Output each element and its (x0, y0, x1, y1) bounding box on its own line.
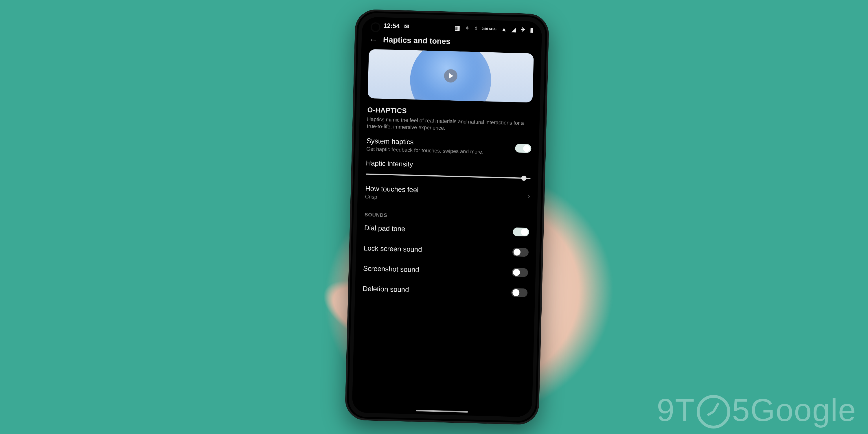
watermark-clock-icon (697, 395, 730, 429)
sound-label-del: Deletion sound (363, 284, 506, 296)
status-left: 12:54 ✉ (383, 22, 409, 30)
sound-label-dial: Dial pad tone (364, 224, 507, 236)
sound-toggle-lock[interactable] (513, 248, 529, 257)
sound-row-del[interactable]: Deletion sound (363, 278, 528, 303)
wifi-icon: ▲ (501, 26, 507, 32)
slider-thumb[interactable] (521, 175, 527, 181)
status-time: 12:54 (383, 22, 400, 30)
haptic-intensity-row: Haptic intensity (365, 159, 531, 184)
nfc-icon: ▥ (454, 25, 460, 31)
sound-label-lock: Lock screen sound (364, 244, 507, 256)
back-button[interactable]: ← (369, 35, 378, 44)
system-haptics-toggle[interactable] (515, 144, 531, 153)
airplane-icon: ✈ (521, 27, 526, 33)
sound-toggle-del[interactable] (511, 288, 528, 297)
page-title: Haptics and tones (383, 35, 451, 46)
watermark: 9T 5Google (657, 392, 857, 428)
sound-label-shot: Screenshot sound (363, 264, 506, 276)
data-speed-indicator: 0.50 KB/S (482, 27, 496, 30)
phone-screen: 12:54 ✉ ▥ ✧ ᚼ 0.50 KB/S ▲ ◢ ✈ ▮ ← Haptic… (352, 17, 542, 417)
battery-icon: ▮ (530, 27, 533, 33)
vibrate-icon: ✧ (465, 25, 470, 32)
chevron-right-icon: › (528, 193, 530, 200)
sound-toggle-dial[interactable] (513, 227, 529, 237)
settings-content: O-HAPTICS Haptics mimic the feel of real… (355, 49, 541, 303)
gmail-icon: ✉ (404, 23, 409, 30)
watermark-9t: 9T (657, 392, 695, 428)
signal-icon: ◢ (512, 26, 516, 33)
status-right: ▥ ✧ ᚼ 0.50 KB/S ▲ ◢ ✈ ▮ (452, 24, 533, 34)
sound-toggle-shot[interactable] (512, 268, 528, 277)
haptics-preview-video[interactable] (368, 49, 534, 103)
system-haptics-row[interactable]: System haptics Get haptic feedback for t… (366, 130, 531, 163)
how-touches-feel-row[interactable]: How touches feel Crisp › (365, 181, 530, 211)
slider-track (366, 173, 531, 179)
home-indicator[interactable] (416, 410, 468, 412)
watermark-5google: 5Google (732, 392, 857, 428)
sounds-list: Dial pad toneLock screen soundScreenshot… (363, 218, 529, 303)
bluetooth-icon: ᚼ (474, 25, 478, 32)
phone-frame: 12:54 ✉ ▥ ✧ ᚼ 0.50 KB/S ▲ ◢ ✈ ▮ ← Haptic… (345, 9, 550, 425)
photo-stage: 12:54 ✉ ▥ ✧ ᚼ 0.50 KB/S ▲ ◢ ✈ ▮ ← Haptic… (0, 0, 868, 434)
